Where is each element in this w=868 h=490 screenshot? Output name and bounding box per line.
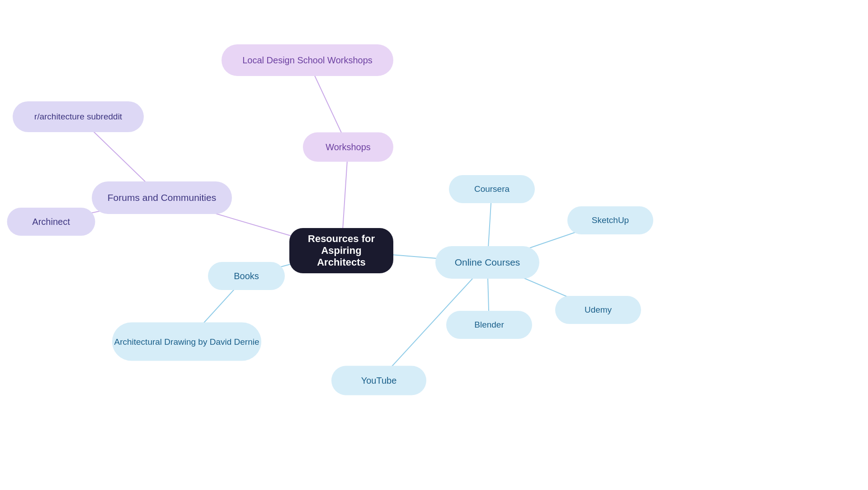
coursera-node[interactable]: Coursera <box>449 175 535 203</box>
coursera-label: Coursera <box>474 184 509 194</box>
blender-node[interactable]: Blender <box>446 311 532 339</box>
arch-drawing-node[interactable]: Architectural Drawing by David Dernie <box>112 323 261 361</box>
archinect-label: Archinect <box>32 217 70 227</box>
youtube-label: YouTube <box>361 376 397 386</box>
udemy-node[interactable]: Udemy <box>555 296 641 324</box>
books-node[interactable]: Books <box>208 262 285 290</box>
online-courses-label: Online Courses <box>455 257 520 268</box>
local-design-label: Local Design School Workshops <box>242 55 373 66</box>
workshops-label: Workshops <box>326 142 371 152</box>
center-node[interactable]: Resources for Aspiring Architects <box>289 228 393 273</box>
sketchup-label: SketchUp <box>592 215 629 225</box>
blender-label: Blender <box>474 320 504 330</box>
forums-label: Forums and Communities <box>108 192 216 203</box>
workshops-node[interactable]: Workshops <box>303 133 393 162</box>
reddit-label: r/architecture subreddit <box>34 112 122 122</box>
sketchup-node[interactable]: SketchUp <box>567 206 653 234</box>
youtube-node[interactable]: YouTube <box>331 366 426 395</box>
local-design-node[interactable]: Local Design School Workshops <box>222 44 393 76</box>
center-label: Resources for Aspiring Architects <box>289 233 393 268</box>
forums-node[interactable]: Forums and Communities <box>92 181 232 214</box>
archinect-node[interactable]: Archinect <box>7 208 95 236</box>
online-courses-node[interactable]: Online Courses <box>435 246 539 279</box>
udemy-label: Udemy <box>585 305 612 315</box>
arch-drawing-label: Architectural Drawing by David Dernie <box>114 337 259 347</box>
books-label: Books <box>234 271 259 281</box>
reddit-node[interactable]: r/architecture subreddit <box>13 101 144 132</box>
